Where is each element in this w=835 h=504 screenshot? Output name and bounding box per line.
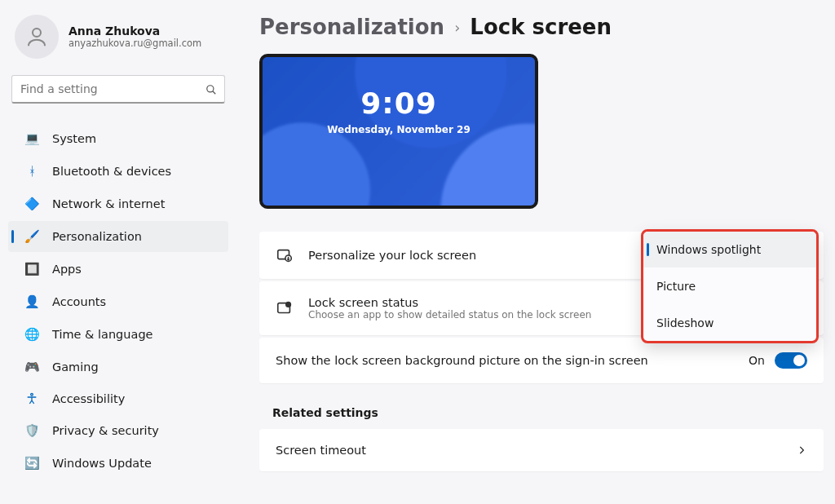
sidebar: Anna Zhukova anyazhukova.ru@gmail.com 💻S… [0, 0, 236, 504]
sidebar-item-windows-update[interactable]: 🔄Windows Update [8, 448, 228, 479]
globe-icon: 🌐 [24, 327, 39, 342]
breadcrumb-parent[interactable]: Personalization [259, 15, 444, 39]
sidebar-item-system[interactable]: 💻System [8, 123, 228, 154]
update-icon: 🔄 [24, 456, 39, 471]
sidebar-item-gaming[interactable]: 🎮Gaming [8, 351, 228, 382]
lock-screen-icon [276, 246, 294, 264]
bluetooth-icon: ᚼ [24, 164, 39, 179]
sidebar-item-personalization[interactable]: 🖌️Personalization [8, 221, 228, 252]
system-icon: 💻 [24, 131, 39, 146]
page-title: Lock screen [470, 15, 612, 39]
search-box [11, 75, 225, 104]
accessibility-icon [24, 392, 39, 405]
toggle-state-text: On [749, 354, 765, 367]
sidebar-item-label: Bluetooth & devices [52, 165, 171, 178]
dropdown-option-spotlight[interactable]: Windows spotlight [643, 232, 816, 267]
card-title: Personalize your lock screen [308, 249, 476, 262]
sidebar-item-label: Personalization [52, 230, 142, 243]
main-content: Personalization › Lock screen 9:09 Wedne… [236, 0, 835, 504]
search-icon [205, 84, 217, 95]
toggle-switch[interactable] [775, 352, 807, 369]
screen-timeout-row[interactable]: Screen timeout [259, 429, 824, 471]
sidebar-item-label: Privacy & security [52, 424, 159, 437]
sidebar-item-apps[interactable]: 🔲Apps [8, 254, 228, 285]
accounts-icon: 👤 [24, 294, 39, 309]
background-type-dropdown: Windows spotlight Picture Slideshow [643, 231, 817, 342]
chevron-right-icon: › [454, 19, 460, 36]
sidebar-item-label: Windows Update [52, 457, 152, 470]
sidebar-item-label: Accounts [52, 295, 106, 308]
sidebar-item-accounts[interactable]: 👤Accounts [8, 286, 228, 317]
person-icon [24, 24, 49, 49]
sidebar-item-label: Gaming [52, 360, 99, 374]
lock-screen-preview[interactable]: 9:09 Wednesday, November 29 [259, 54, 538, 209]
card-title: Lock screen status [308, 296, 591, 309]
user-name: Anna Zhukova [68, 24, 201, 38]
gaming-icon: 🎮 [24, 360, 39, 374]
sidebar-item-privacy[interactable]: 🛡️Privacy & security [8, 415, 228, 446]
search-input[interactable] [11, 75, 225, 104]
breadcrumb: Personalization › Lock screen [259, 15, 824, 39]
svg-point-5 [288, 259, 289, 259]
toggle-label: Show the lock screen background picture … [276, 354, 648, 367]
sidebar-item-network[interactable]: 🔷Network & internet [8, 188, 228, 219]
svg-point-2 [31, 393, 33, 396]
nav-list: 💻System ᚼBluetooth & devices 🔷Network & … [8, 123, 228, 479]
dropdown-option-slideshow[interactable]: Slideshow [643, 304, 816, 341]
card-subtitle: Choose an app to show detailed status on… [308, 309, 591, 321]
sidebar-item-bluetooth[interactable]: ᚼBluetooth & devices [8, 156, 228, 187]
sidebar-item-label: Time & language [52, 328, 153, 341]
sidebar-item-label: Accessibility [52, 392, 125, 405]
status-icon [276, 299, 294, 317]
related-settings-heading: Related settings [272, 406, 824, 419]
chevron-right-icon [796, 444, 807, 456]
sidebar-item-time-language[interactable]: 🌐Time & language [8, 319, 228, 350]
option-label: Picture [656, 280, 696, 293]
sidebar-item-label: System [52, 132, 96, 145]
user-email: anyazhukova.ru@gmail.com [68, 38, 201, 49]
signin-background-toggle-row: Show the lock screen background picture … [259, 338, 824, 383]
paintbrush-icon: 🖌️ [24, 229, 39, 244]
shield-icon: 🛡️ [24, 423, 39, 438]
preview-time: 9:09 [263, 86, 535, 120]
option-label: Windows spotlight [656, 243, 761, 256]
svg-point-7 [286, 303, 291, 307]
sidebar-item-label: Apps [52, 263, 82, 276]
avatar [15, 15, 59, 59]
sidebar-item-accessibility[interactable]: Accessibility [8, 384, 228, 413]
wifi-icon: 🔷 [24, 197, 39, 211]
dropdown-option-picture[interactable]: Picture [643, 267, 816, 304]
option-label: Slideshow [656, 316, 714, 329]
svg-point-1 [207, 85, 214, 91]
preview-date: Wednesday, November 29 [263, 124, 535, 135]
svg-point-0 [33, 29, 41, 37]
apps-icon: 🔲 [24, 262, 39, 276]
personalize-card-wrapper: Personalize your lock screen Windows spo… [259, 232, 824, 279]
profile-block[interactable]: Anna Zhukova anyazhukova.ru@gmail.com [8, 10, 228, 64]
link-label: Screen timeout [276, 444, 366, 457]
sidebar-item-label: Network & internet [52, 197, 165, 210]
